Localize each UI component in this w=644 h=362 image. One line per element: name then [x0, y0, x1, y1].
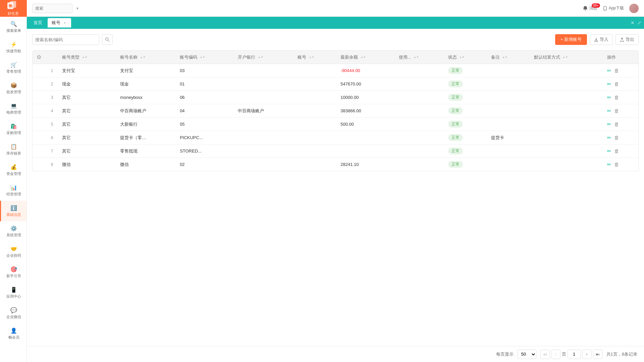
delete-btn-3[interactable]: 🗑 [614, 95, 619, 100]
sidebar-item-finance[interactable]: 💰 资金管理 [0, 160, 26, 180]
sidebar-item-contract[interactable]: 🤝 企业协同 [0, 242, 26, 262]
page-size-select[interactable]: 50 100 [518, 350, 536, 359]
search-button[interactable] [102, 34, 113, 45]
row-settlement-1 [530, 64, 603, 77]
th-code[interactable]: 账号编码 ▲▼ [176, 51, 234, 64]
last-page-button[interactable]: ⏭ [593, 350, 602, 359]
tab-account[interactable]: 账号 × [48, 18, 71, 27]
th-usage[interactable]: 使用... ▲▼ [395, 51, 444, 64]
topbar-right: 消息 99+ App下载 [583, 4, 639, 13]
logo-sub-label: 好生意 [8, 11, 19, 16]
th-bank[interactable]: 开户银行 ▲▼ [234, 51, 293, 64]
th-settings[interactable]: ⚙ [33, 51, 46, 64]
row-num-3: 3 [46, 91, 58, 104]
tab-home[interactable]: 首页 [30, 18, 46, 27]
next-page-button[interactable]: › [582, 350, 592, 359]
edit-btn-2[interactable]: ✏ [607, 81, 611, 87]
import-label: 导入 [600, 37, 608, 43]
th-name[interactable]: 账号名称 ▲▼ [116, 51, 176, 64]
row-settlement-7 [530, 144, 603, 158]
delete-btn-4[interactable]: 🗑 [614, 108, 619, 114]
th-remark[interactable]: 备注 ▲▼ [487, 51, 530, 64]
total-records-label: 共1页，8条记录 [606, 351, 637, 357]
row-status-7: 正常 [444, 144, 487, 158]
row-settlement-2 [530, 77, 603, 91]
row-balance-7 [336, 144, 394, 158]
row-code-1: 03 [176, 64, 234, 77]
delete-btn-2[interactable]: 🗑 [614, 81, 619, 87]
row-num-1: 1 [46, 64, 58, 77]
th-balance[interactable]: 最新余额 ▲▼ [336, 51, 394, 64]
row-usage-4 [395, 104, 444, 118]
table-row: 6 其它 提货卡（零… PICKUPC... 正常 提货卡 ✏ 🗑 [33, 131, 638, 144]
top-search-input[interactable] [32, 4, 72, 13]
th-account[interactable]: 账号 ▲▼ [293, 51, 336, 64]
tab-account-label: 账号 [52, 20, 60, 26]
edit-btn-1[interactable]: ✏ [607, 68, 611, 74]
sidebar-item-system[interactable]: ⚙️ 系统管理 [0, 221, 26, 242]
edit-btn-4[interactable]: ✏ [607, 108, 611, 114]
row-actions-5: ✏ 🗑 [603, 118, 638, 131]
page-content: + 新增账号 导入 导出 ⚙ [27, 29, 644, 346]
sidebar-item-shortcut[interactable]: ⚡ 快捷导航 [0, 37, 26, 58]
sidebar-item-operations-label: 经营管理 [6, 192, 21, 197]
shortcut-icon: ⚡ [10, 41, 17, 48]
sidebar-item-wechat[interactable]: 💬 企业微信 [0, 303, 26, 323]
edit-btn-8[interactable]: ✏ [607, 162, 611, 168]
sidebar-item-ecommerce[interactable]: 💻 电商管理 [0, 99, 26, 119]
edit-btn-6[interactable]: ✏ [607, 135, 611, 141]
row-account-6 [293, 131, 336, 144]
user-avatar[interactable] [629, 4, 639, 13]
tab-close-window-btn[interactable]: ✕ [631, 20, 635, 25]
search-input[interactable] [32, 34, 99, 45]
tab-window-controls: ✕ ⤢ [631, 20, 641, 25]
export-button[interactable]: 导出 [615, 34, 639, 45]
add-account-button[interactable]: + 新增账号 [555, 34, 587, 45]
row-account-2 [293, 77, 336, 91]
delete-btn-7[interactable]: 🗑 [614, 148, 619, 154]
delete-btn-8[interactable]: 🗑 [614, 162, 619, 167]
sidebar-item-purchase[interactable]: 🛍️ 采购管理 [0, 119, 26, 139]
sidebar-item-search[interactable]: 🔍 搜索菜单 [0, 17, 26, 37]
app-download-button[interactable]: App下载 [603, 5, 624, 11]
th-action: 操作 [603, 51, 638, 64]
first-page-button[interactable]: ⏮ [540, 350, 550, 359]
row-remark-5 [487, 118, 530, 131]
sidebar-item-finance-label: 资金管理 [6, 171, 21, 176]
tab-maximize-btn[interactable]: ⤢ [637, 20, 641, 25]
edit-btn-3[interactable]: ✏ [607, 95, 611, 101]
row-remark-2 [487, 77, 530, 91]
row-account-4 [293, 104, 336, 118]
settings-icon[interactable]: ⚙ [37, 54, 41, 60]
sort-name-icon: ▲▼ [140, 56, 146, 59]
message-button[interactable]: 消息 99+ [583, 5, 597, 11]
sidebar-item-wholesale[interactable]: 📦 批发管理 [0, 78, 26, 99]
th-status[interactable]: 状态 ▲▼ [444, 51, 487, 64]
sidebar-item-guide[interactable]: 🎯 新手引导 [0, 262, 26, 283]
topbar-dropdown-arrow[interactable]: ▾ [76, 6, 78, 11]
delete-btn-5[interactable]: 🗑 [614, 121, 619, 127]
row-actions-8: ✏ 🗑 [603, 158, 638, 171]
sidebar-item-inventory[interactable]: 📋 库存核算 [0, 139, 26, 160]
sidebar-item-apps[interactable]: 📱 应用中心 [0, 283, 26, 303]
row-actions-6: ✏ 🗑 [603, 131, 638, 144]
sidebar-item-retail[interactable]: 🛒 零售管理 [0, 58, 26, 78]
page-number-input[interactable] [568, 350, 581, 359]
pagination: ⏮ ‹ 页 › ⏭ [540, 350, 602, 359]
delete-btn-1[interactable]: 🗑 [614, 68, 619, 73]
sidebar-item-operations[interactable]: 📊 经营管理 [0, 180, 26, 201]
delete-btn-6[interactable]: 🗑 [614, 135, 619, 140]
edit-btn-7[interactable]: ✏ [607, 148, 611, 154]
sidebar-item-basic[interactable]: ℹ️ 基础信息 [0, 201, 26, 221]
tab-account-close[interactable]: × [62, 20, 67, 25]
sort-code-icon: ▲▼ [200, 56, 205, 59]
sidebar-item-system-label: 系统管理 [6, 233, 21, 238]
sort-type-icon: ▲▼ [82, 56, 88, 59]
th-settlement[interactable]: 默认结算方式 ▲▼ [530, 51, 603, 64]
th-type[interactable]: 账号类型 ▲▼ [58, 51, 116, 64]
row-type-7: 其它 [58, 144, 116, 158]
import-button[interactable]: 导入 [590, 34, 613, 45]
prev-page-button[interactable]: ‹ [551, 350, 560, 359]
sidebar-item-member[interactable]: 👤 畅会员 [0, 323, 26, 344]
edit-btn-5[interactable]: ✏ [607, 121, 611, 127]
